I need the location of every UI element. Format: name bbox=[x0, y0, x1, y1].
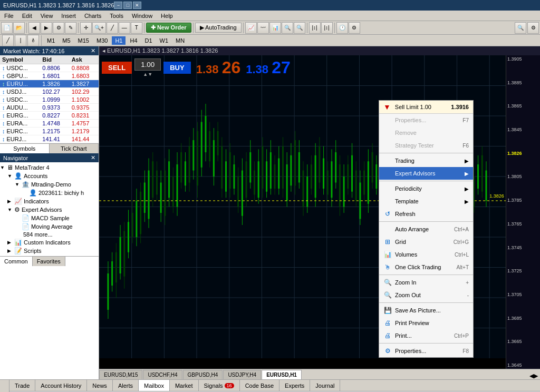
terminal-tab-journal[interactable]: Journal bbox=[310, 380, 340, 391]
navigator-item[interactable]: 📄 MACD Sample bbox=[0, 214, 99, 222]
nav-tab-common[interactable]: Common bbox=[0, 257, 33, 266]
navigator-item[interactable]: ▶ 📈 Indicators bbox=[0, 197, 99, 205]
crosshair-button[interactable]: ✛ bbox=[80, 22, 92, 34]
period-sep-button[interactable]: |↕| bbox=[309, 22, 321, 34]
cm-zoom-out[interactable]: 🔍 Zoom Out - bbox=[379, 289, 473, 301]
market-watch-row[interactable]: ↕EURC... 1.2175 1.2179 bbox=[0, 128, 99, 135]
volumes-button[interactable]: 📊 bbox=[269, 22, 281, 34]
market-watch-row[interactable]: ↕EURJ... 141.41 141.44 bbox=[0, 135, 99, 143]
market-watch-row[interactable]: ↕EURG... 0.8227 0.8231 bbox=[0, 112, 99, 120]
terminal-tab-news[interactable]: News bbox=[87, 380, 113, 391]
tf-h1[interactable]: H1 bbox=[112, 36, 126, 45]
menu-window[interactable]: Window bbox=[128, 11, 157, 21]
cm-expert-advisors[interactable]: Expert Advisors ▶ bbox=[379, 167, 473, 180]
menu-charts[interactable]: Charts bbox=[80, 11, 105, 21]
chart-tab-usdchfh4[interactable]: USDCHF,H4 bbox=[143, 370, 182, 379]
navigator-item[interactable]: ▼ ⚙ Expert Advisors bbox=[0, 205, 99, 214]
hline-button[interactable]: — bbox=[119, 22, 130, 34]
menu-help[interactable]: Help bbox=[157, 11, 177, 21]
navigator-item[interactable]: 👤 2023611: bichiy h bbox=[0, 189, 99, 197]
tf-btn-candle[interactable]: 🕯 bbox=[27, 35, 39, 46]
chart-tab-gbpusdh4[interactable]: GBPUSD,H4 bbox=[183, 370, 223, 379]
tf-h4[interactable]: H4 bbox=[127, 36, 140, 45]
zoom-out-chart-button[interactable]: 🔍 bbox=[294, 22, 305, 34]
terminal-tab-experts[interactable]: Experts bbox=[279, 380, 310, 391]
cm-trading[interactable]: Trading ▶ bbox=[379, 154, 473, 167]
cm-strategy-tester[interactable]: Strategy Tester F6 bbox=[379, 139, 473, 152]
tf-m1[interactable]: M1 bbox=[44, 36, 58, 45]
cm-properties[interactable]: ⚙ Properties... F8 bbox=[379, 345, 473, 357]
quantity-input[interactable] bbox=[134, 58, 161, 71]
terminal-tab-account-history[interactable]: Account History bbox=[35, 380, 87, 391]
tf-m5[interactable]: M5 bbox=[59, 36, 73, 45]
market-watch-row[interactable]: ↕USDC... 1.0999 1.1002 bbox=[0, 96, 99, 104]
cm-remove[interactable]: Remove bbox=[379, 126, 473, 139]
terminal-tab-mailbox[interactable]: Mailbox bbox=[139, 380, 170, 391]
forward-button[interactable]: ▶ bbox=[41, 22, 52, 34]
autotrading-button[interactable]: ▶ AutoTrading bbox=[195, 23, 242, 33]
metaeditor-button[interactable]: ✎ bbox=[65, 22, 76, 34]
tf-btn-line[interactable]: ╱ bbox=[2, 35, 14, 46]
cm-print-preview[interactable]: 🖨 Print Preview bbox=[379, 317, 473, 329]
tf-m15[interactable]: M15 bbox=[75, 36, 92, 45]
cm-save-as-picture[interactable]: 💾 Save As Picture... bbox=[379, 304, 473, 317]
back-button[interactable]: ◀ bbox=[28, 22, 40, 34]
clock-button[interactable]: 🕐 bbox=[336, 22, 348, 34]
market-watch-close[interactable]: ✕ bbox=[91, 47, 95, 54]
sell-button[interactable]: SELL bbox=[102, 62, 132, 74]
minimize-button[interactable]: − bbox=[114, 2, 122, 9]
zoom-chart-button[interactable]: 🔍 bbox=[282, 22, 293, 34]
chart-tab-usdjpyh4[interactable]: USDJPY,H4 bbox=[223, 370, 261, 379]
chart-tab-eurusdm15[interactable]: EURUSD,M15 bbox=[99, 370, 142, 379]
line-button[interactable]: ╱ bbox=[107, 22, 118, 34]
navigator-item[interactable]: 584 more... bbox=[0, 231, 99, 238]
tf-w1[interactable]: W1 bbox=[157, 36, 172, 45]
navigator-item[interactable]: ▶ 📝 Scripts bbox=[0, 247, 99, 255]
terminal-left-tab[interactable]: Terminal bbox=[0, 380, 9, 392]
terminal-tab-market[interactable]: Market bbox=[170, 380, 199, 391]
market-watch-row[interactable]: ↕AUDU... 0.9373 0.9375 bbox=[0, 104, 99, 112]
tab-symbols[interactable]: Symbols bbox=[0, 144, 50, 153]
navigator-item[interactable]: ▼ 👤 Accounts bbox=[0, 172, 99, 180]
navigator-item[interactable]: ▼ 🏦 Mtrading-Demo bbox=[0, 180, 99, 189]
text-button[interactable]: T bbox=[131, 22, 142, 34]
cm-volumes[interactable]: 📊 Volumes Ctrl+L bbox=[379, 248, 473, 261]
tf-mn[interactable]: MN bbox=[172, 36, 188, 45]
chart-tab-eurusdh1[interactable]: EURUSD,H1 bbox=[262, 370, 302, 379]
cm-print[interactable]: 🖨 Print... Ctrl+P bbox=[379, 329, 473, 342]
chart-content[interactable]: 1.3826 1.3905 1.3885 1.3865 1.3845 1.382… bbox=[99, 55, 540, 369]
navigator-item[interactable]: ▶ 📊 Custom Indicators bbox=[0, 238, 99, 247]
market-watch-row[interactable]: ↕USDC... 0.8806 0.8808 bbox=[0, 64, 99, 72]
cm-properties-grey[interactable]: Properties... F7 bbox=[379, 114, 473, 126]
cm-refresh[interactable]: ↺ Refresh bbox=[379, 208, 473, 220]
menu-tools[interactable]: Tools bbox=[105, 11, 128, 21]
terminal-tab-codebase[interactable]: Code Base bbox=[240, 380, 279, 391]
buy-button[interactable]: BUY bbox=[163, 62, 190, 74]
cm-periodicity[interactable]: Periodicity ▶ bbox=[379, 182, 473, 195]
menu-insert[interactable]: Insert bbox=[57, 11, 80, 21]
cm-template[interactable]: Template ▶ bbox=[379, 195, 473, 208]
nav-tab-favorites[interactable]: Favorites bbox=[33, 257, 65, 266]
context-menu[interactable]: ▼ Sell Limit 1.00 1.3916 Properties... F… bbox=[379, 100, 474, 358]
cm-zoom-in[interactable]: 🔍 Zoom In + bbox=[379, 276, 473, 289]
tf-m30[interactable]: M30 bbox=[93, 36, 111, 45]
config-button[interactable]: ⚙ bbox=[527, 22, 539, 34]
options-button[interactable]: ⚙ bbox=[349, 22, 360, 34]
new-chart-button[interactable]: 📄 bbox=[1, 22, 13, 34]
market-watch-row[interactable]: ↕GBPU... 1.6801 1.6803 bbox=[0, 72, 99, 80]
open-button[interactable]: 📂 bbox=[13, 22, 25, 34]
maximize-button[interactable]: □ bbox=[123, 2, 132, 9]
menu-edit[interactable]: Edit bbox=[18, 11, 36, 21]
menu-file[interactable]: File bbox=[0, 11, 18, 21]
cm-auto-arrange[interactable]: Auto Arrange Ctrl+A bbox=[379, 223, 473, 236]
cm-one-click-trading[interactable]: 🖱 One Click Trading Alt+T bbox=[379, 261, 473, 273]
navigator-item[interactable]: ▼ 🖥 MetaTrader 4 bbox=[0, 163, 99, 172]
terminal-tab-signals[interactable]: Signals 16 bbox=[199, 380, 240, 391]
new-order-button[interactable]: ✚ New Order bbox=[146, 23, 191, 33]
chart-scroll-left[interactable]: ◀ bbox=[529, 373, 534, 379]
market-watch-row[interactable]: ↕USDJ... 102.27 102.29 bbox=[0, 88, 99, 96]
search-button[interactable]: 🔍 bbox=[515, 22, 526, 34]
market-watch-row[interactable]: ↕EURU... 1.3826 1.3827 bbox=[0, 80, 99, 88]
oscillators-button[interactable]: 〰 bbox=[257, 22, 269, 34]
market-watch-row[interactable]: ↕EURA... 1.4748 1.4757 bbox=[0, 120, 99, 128]
